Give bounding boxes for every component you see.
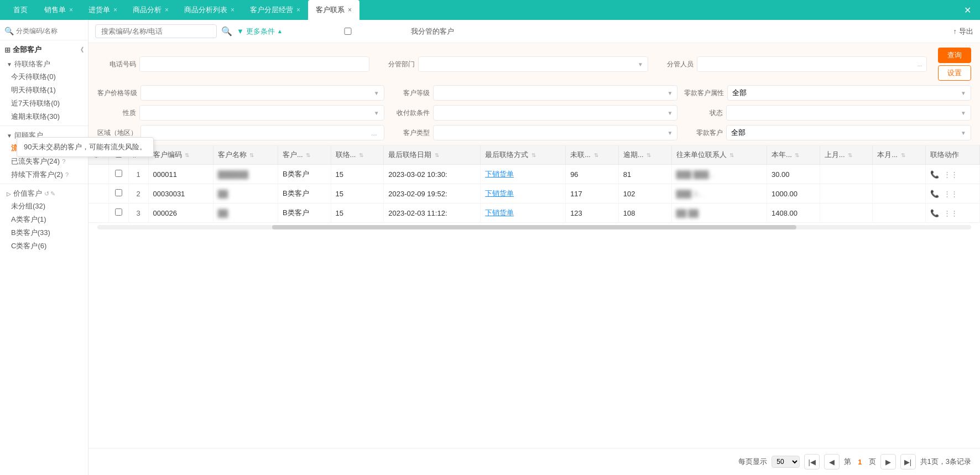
dept-select[interactable]: ▼ [418, 56, 648, 72]
per-page-select[interactable]: 50 100 200 [772, 456, 800, 468]
sidebar-item-tomorrow[interactable]: 明天待联络(1) [0, 83, 88, 97]
action-more-icon-1[interactable]: ⋮⋮ [943, 190, 958, 198]
td-action-0[interactable]: 📞 ⋮⋮ [926, 165, 980, 184]
th-last-month[interactable]: 上月... ⇅ [820, 145, 873, 165]
sidebar-all-customers[interactable]: ⊞ 全部客户 《 [0, 43, 88, 57]
manager-select[interactable]: ... [697, 56, 927, 72]
tab-analysis-close[interactable]: × [165, 6, 169, 14]
refresh-icon[interactable]: ↺ [44, 190, 49, 197]
sidebar-item-overdue[interactable]: 逾期未联络(30) [0, 110, 88, 123]
table-row: 1 000011 ██████ B类客户 15 2023-03-02 10:30… [88, 165, 980, 184]
filter-field-payment: 收付款条件 ▼ [391, 105, 678, 121]
query-button[interactable]: 查询 [938, 48, 971, 63]
row-checkbox-1[interactable] [115, 189, 122, 196]
more-conditions-button[interactable]: ▼ 更多条件 ▲ [237, 27, 283, 36]
action-phone-icon-0[interactable]: 📞 [930, 170, 939, 179]
sidebar-item-class-a[interactable]: A类客户(1) [0, 213, 88, 226]
tab-analysis[interactable]: 商品分析 × [125, 0, 176, 20]
next-page-btn[interactable]: ▶ [880, 454, 896, 469]
tab-customer-contact-close[interactable]: × [348, 6, 352, 14]
tab-sales-close[interactable]: × [69, 6, 73, 14]
sidebar-search-input[interactable] [16, 27, 84, 35]
region-more[interactable]: ... [369, 129, 379, 137]
scrollbar-thumb[interactable] [272, 225, 796, 229]
search-input[interactable] [95, 24, 217, 38]
action-phone-icon-1[interactable]: 📞 [930, 190, 939, 198]
th-no-contact[interactable]: 未联... ⇅ [566, 145, 619, 165]
zero-customer-label: 零款客户 [684, 128, 723, 138]
phone-input[interactable] [139, 56, 369, 72]
zero-customer-select[interactable]: 全部 ▼ [726, 125, 971, 140]
tab-customer-tier[interactable]: 客户分层经营 × [242, 0, 308, 20]
td-last-method-0[interactable]: 下销货单 [481, 165, 566, 184]
search-button[interactable]: 🔍 [221, 26, 232, 36]
filter-field-grade: 客户等级 ▼ [391, 85, 678, 101]
sidebar-item-today[interactable]: 今天待联络(0) [0, 70, 88, 83]
payment-select[interactable]: ▼ [433, 105, 678, 121]
filter-top-bar: 🔍 ▼ 更多条件 ▲ 我分管的客户 ↑ 导出 [88, 20, 980, 43]
th-this-year[interactable]: 本年... ⇅ [767, 145, 820, 165]
tab-analysis-list[interactable]: 商品分析列表 × [176, 0, 242, 20]
sidebar-section-value[interactable]: ▷ 价值客户 ↺ ✎ [0, 186, 88, 200]
my-customer-checkbox[interactable]: 我分管的客户 [287, 27, 454, 36]
sidebar-section-pending[interactable]: ▼ 待联络客户 [0, 57, 88, 70]
my-customer-check[interactable] [287, 28, 409, 35]
th-name[interactable]: 客户名称 ⇅ [213, 145, 278, 165]
prev-page-btn[interactable]: ◀ [824, 454, 840, 469]
th-type[interactable]: 客户... ⇅ [278, 145, 331, 165]
tab-analysis-list-close[interactable]: × [231, 6, 234, 14]
chevron-down-icon-zero-attr: ▼ [961, 90, 966, 96]
chevron-down-icon-manager: ... [918, 61, 922, 67]
td-checkbox-2[interactable] [108, 203, 128, 223]
status-select[interactable]: ▼ [726, 105, 971, 121]
th-last-date[interactable]: 最后联络日期 ⇅ [384, 145, 481, 165]
th-this-month[interactable]: 本月... ⇅ [873, 145, 926, 165]
customer-type-select[interactable]: ▼ [433, 125, 678, 140]
grade-select[interactable]: ▼ [433, 85, 678, 101]
table-header-row: ⚙ # 客户编码 ⇅ 客户名称 ⇅ [88, 145, 980, 165]
sidebar-item-class-c[interactable]: C类客户(6) [0, 239, 88, 253]
row-checkbox-2[interactable] [115, 208, 122, 216]
th-overdue[interactable]: 逾期... ⇅ [618, 145, 671, 165]
region-select[interactable]: ... [140, 125, 384, 140]
tab-purchase-close[interactable]: × [113, 6, 117, 14]
tab-purchase[interactable]: 进货单 × [81, 0, 125, 20]
sidebar-item-ungroup[interactable]: 未分组(32) [0, 200, 88, 213]
settings-button[interactable]: 设置 [938, 65, 971, 81]
th-unit-contact[interactable]: 往来单位联系人 ⇅ [671, 145, 767, 165]
first-page-btn[interactable]: |◀ [804, 454, 820, 469]
region-label: 区域（地区） [97, 128, 137, 138]
td-checkbox-1[interactable] [108, 184, 128, 203]
td-name-0: ██████ [213, 165, 278, 184]
horizontal-scrollbar[interactable] [97, 225, 971, 229]
td-action-1[interactable]: 📞 ⋮⋮ [926, 184, 980, 203]
action-phone-icon-2[interactable]: 📞 [930, 209, 939, 217]
price-grade-select[interactable]: ▼ [140, 85, 384, 101]
window-close-button[interactable]: ✕ [960, 5, 976, 15]
edit-icon[interactable]: ✎ [50, 190, 55, 197]
export-button[interactable]: ↑ 导出 [953, 27, 974, 36]
th-code[interactable]: 客户编码 ⇅ [148, 145, 213, 165]
tab-customer-contact[interactable]: 客户联系 × [308, 0, 359, 20]
section-value-label: 价值客户 [13, 189, 42, 199]
tab-customer-tier-close[interactable]: × [296, 6, 300, 14]
action-more-icon-0[interactable]: ⋮⋮ [943, 170, 958, 179]
td-last-method-1[interactable]: 下销货单 [481, 184, 566, 203]
sort-icon-no-contact: ⇅ [594, 152, 598, 158]
table-row: 2 00030031 ██ B类客户 15 2023-02-09 19:52: … [88, 184, 980, 203]
row-checkbox-0[interactable] [115, 170, 122, 177]
tab-sales[interactable]: 销售单 × [37, 0, 81, 20]
action-more-icon-2[interactable]: ⋮⋮ [943, 209, 958, 217]
sidebar-item-class-b[interactable]: B类客户(33) [0, 226, 88, 239]
gender-select[interactable]: ▼ [139, 105, 384, 121]
last-page-btn[interactable]: ▶| [900, 454, 916, 469]
sidebar-item-declining[interactable]: 持续下滑客户(2) ? [0, 168, 88, 181]
th-contact[interactable]: 联络... ⇅ [331, 145, 384, 165]
th-last-method[interactable]: 最后联络方式 ⇅ [481, 145, 566, 165]
tab-home[interactable]: 首页 [4, 0, 37, 20]
td-last-method-2[interactable]: 下销货单 [481, 203, 566, 223]
sidebar-item-7days[interactable]: 近7天待联络(0) [0, 97, 88, 110]
td-action-2[interactable]: 📞 ⋮⋮ [926, 203, 980, 223]
zero-attr-select[interactable]: 全部 ▼ [727, 85, 971, 101]
td-checkbox-0[interactable] [108, 165, 128, 184]
